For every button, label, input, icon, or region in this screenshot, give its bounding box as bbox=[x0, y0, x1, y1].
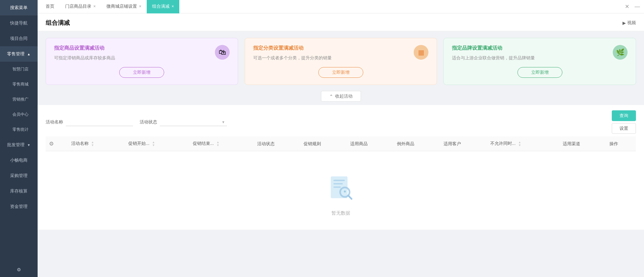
sidebar-item-label: 项目合同 bbox=[10, 36, 28, 41]
main-area: 首页 门店商品目录 × 微商城店铺设置 × 组合满减 × ✕ — 组合满减 ▶ … bbox=[38, 0, 644, 277]
query-button[interactable]: 查询 bbox=[612, 110, 636, 121]
collapse-btn-label: 收起活动 bbox=[335, 93, 353, 99]
tab-combo-discount-label: 组合满减 bbox=[152, 3, 170, 9]
sidebar-item-xiaochang[interactable]: 小畅电商 bbox=[0, 153, 38, 168]
th-applicable-customer-label: 适用客户 bbox=[444, 141, 461, 146]
sidebar-item-label: 批发管理 bbox=[7, 142, 25, 147]
card-category-discount-btn[interactable]: 立即新增 bbox=[318, 67, 363, 78]
tab-store-catalog-label: 门店商品目录 bbox=[65, 3, 91, 9]
card-product-discount-icon: 🛍 bbox=[215, 45, 230, 60]
chevron-up-icon: ▲ bbox=[27, 52, 31, 56]
setting-button[interactable]: 设置 bbox=[612, 123, 636, 134]
sidebar-settings[interactable]: ⚙ bbox=[0, 262, 38, 277]
tab-wechat-store[interactable]: 微商城店铺设置 × bbox=[101, 0, 147, 13]
close-icon[interactable]: × bbox=[93, 4, 96, 9]
card-product-discount-btn[interactable]: 立即新增 bbox=[119, 67, 164, 78]
tab-bar: 首页 门店商品目录 × 微商城店铺设置 × 组合满减 × ✕ — bbox=[38, 0, 644, 13]
th-applicable-channel-label: 适用渠道 bbox=[563, 141, 580, 146]
tab-store-catalog[interactable]: 门店商品目录 × bbox=[60, 0, 101, 13]
th-operation: 操作 bbox=[606, 136, 636, 151]
empty-text: 暂无数据 bbox=[331, 210, 350, 216]
filter-btn-group: 查询 设置 bbox=[612, 110, 636, 134]
sidebar-item-purchase-mgmt[interactable]: 采购管理 bbox=[0, 168, 38, 183]
video-link-label: 视频 bbox=[627, 20, 636, 26]
th-activity-name[interactable]: 活动名称 ▲▼ bbox=[68, 136, 125, 151]
close-icon[interactable]: × bbox=[172, 4, 174, 9]
gear-icon: ⚙ bbox=[49, 141, 54, 147]
sidebar-item-project-contract[interactable]: 项目合同 bbox=[0, 31, 38, 46]
sidebar-item-label: 采购管理 bbox=[10, 173, 28, 178]
activity-name-input[interactable] bbox=[66, 118, 133, 126]
th-promo-start[interactable]: 促销开始... ▲▼ bbox=[125, 136, 189, 151]
sidebar-item-member-center[interactable]: 会员中心 bbox=[0, 107, 38, 122]
card-brand-discount: 🌿 指定品牌设置满减活动 适合与上游企业联合做营销，提升品牌销量 立即新增 bbox=[444, 38, 636, 85]
sidebar-item-label: 快捷导航 bbox=[10, 20, 28, 25]
sidebar-item-label: 零售管理 bbox=[7, 51, 25, 56]
sidebar-item-smart-store[interactable]: 智慧门店 bbox=[0, 62, 38, 77]
sidebar-search-label: 搜索菜单 bbox=[10, 5, 28, 10]
th-activity-name-label: 活动名称 bbox=[71, 141, 89, 146]
svg-rect-1 bbox=[333, 180, 345, 181]
table-wrap: ⚙ 活动名称 ▲▼ 促销开始... ▲▼ 促销结束... bbox=[38, 136, 644, 230]
sidebar-item-retail-mgmt[interactable]: 零售管理 ▲ bbox=[0, 46, 38, 62]
tab-home[interactable]: 首页 bbox=[40, 0, 60, 13]
sidebar-item-fund-mgmt[interactable]: 资金管理 bbox=[0, 199, 38, 214]
close-icon[interactable]: × bbox=[139, 4, 141, 9]
activity-status-select[interactable] bbox=[160, 118, 227, 126]
table-head: ⚙ 活动名称 ▲▼ 促销开始... ▲▼ 促销结束... bbox=[46, 136, 636, 151]
th-activity-status: 活动状态 bbox=[254, 136, 301, 151]
sidebar-search[interactable]: 搜索菜单 bbox=[0, 0, 38, 15]
svg-rect-2 bbox=[333, 183, 343, 184]
sidebar-item-retail-stats[interactable]: 零售统计 bbox=[0, 122, 38, 137]
sort-icon: ▲▼ bbox=[91, 141, 94, 147]
card-brand-discount-btn[interactable]: 立即新增 bbox=[517, 67, 562, 78]
card-brand-discount-desc: 适合与上游企业联合做营销，提升品牌销量 bbox=[452, 55, 628, 62]
filter-group-status: 活动状态 ▾ bbox=[140, 118, 227, 126]
card-product-discount: 🛍 指定商品设置满减活动 可指定滞销商品或库存较多商品 立即新增 bbox=[46, 38, 238, 85]
sidebar-item-retail-mall[interactable]: 零售商城 bbox=[0, 77, 38, 92]
tab-combo-discount[interactable]: 组合满减 × bbox=[147, 0, 179, 13]
svg-point-7 bbox=[344, 190, 346, 192]
th-gear[interactable]: ⚙ bbox=[46, 136, 68, 151]
th-no-concurrent-label: 不允许同时... bbox=[490, 141, 516, 146]
page-header: 组合满减 ▶ 视频 bbox=[38, 13, 644, 31]
collapse-bar: ⌃ 收起活动 bbox=[46, 88, 636, 105]
empty-row: 暂无数据 bbox=[46, 151, 636, 230]
th-no-concurrent[interactable]: 不允许同时... ▲▼ bbox=[487, 136, 560, 151]
th-promo-end-label: 促销结束... bbox=[193, 141, 214, 146]
th-exception-product-label: 例外商品 bbox=[397, 141, 414, 146]
sidebar-item-quick-nav[interactable]: 快捷导航 bbox=[0, 15, 38, 31]
sort-icon: ▲▼ bbox=[216, 141, 219, 147]
sidebar-item-inventory[interactable]: 库存核算 bbox=[0, 183, 38, 199]
content-area: 组合满减 ▶ 视频 🛍 指定商品设置满减活动 可指定滞销商品或库存较多商品 立即… bbox=[38, 13, 644, 277]
sidebar-item-label: 零售商城 bbox=[12, 82, 29, 87]
sidebar-item-label: 会员中心 bbox=[12, 112, 29, 117]
video-link[interactable]: ▶ 视频 bbox=[623, 20, 636, 26]
filter-area: 活动名称 活动状态 ▾ 查询 设置 bbox=[38, 105, 644, 136]
card-brand-discount-title: 指定品牌设置满减活动 bbox=[452, 45, 628, 51]
th-applicable-product-label: 适用商品 bbox=[350, 141, 368, 146]
card-product-discount-title: 指定商品设置满减活动 bbox=[54, 45, 230, 51]
th-promo-rule: 促销规则 bbox=[300, 136, 347, 151]
sidebar: 搜索菜单 快捷导航 项目合同 零售管理 ▲ 智慧门店 零售商城 营销推广 会员中… bbox=[0, 0, 38, 277]
tab-wechat-store-label: 微商城店铺设置 bbox=[106, 3, 137, 9]
sidebar-item-label: 资金管理 bbox=[10, 204, 28, 209]
table-body: 暂无数据 bbox=[46, 151, 636, 230]
sidebar-item-marketing[interactable]: 营销推广 bbox=[0, 92, 38, 107]
filter-table-section: 活动名称 活动状态 ▾ 查询 设置 bbox=[38, 105, 644, 230]
chevron-down-icon: ▼ bbox=[27, 143, 31, 147]
window-minimize-icon[interactable]: — bbox=[633, 4, 641, 10]
svg-line-6 bbox=[348, 196, 352, 199]
tab-home-label: 首页 bbox=[46, 3, 54, 9]
sort-icon: ▲▼ bbox=[518, 141, 521, 147]
chevron-up-icon: ⌃ bbox=[329, 94, 333, 99]
empty-illustration bbox=[324, 171, 358, 205]
th-promo-end[interactable]: 促销结束... ▲▼ bbox=[189, 136, 254, 151]
sidebar-item-wholesale-mgmt[interactable]: 批发管理 ▼ bbox=[0, 137, 38, 153]
card-category-discount-desc: 可选一个或者多个分类，提升分类的销量 bbox=[253, 55, 429, 62]
window-close-icon[interactable]: ✕ bbox=[624, 3, 631, 10]
empty-state: 暂无数据 bbox=[46, 151, 636, 230]
tab-actions: ✕ — bbox=[624, 3, 641, 10]
sidebar-item-label: 营销推广 bbox=[12, 97, 29, 102]
collapse-activity-btn[interactable]: ⌃ 收起活动 bbox=[321, 91, 361, 102]
